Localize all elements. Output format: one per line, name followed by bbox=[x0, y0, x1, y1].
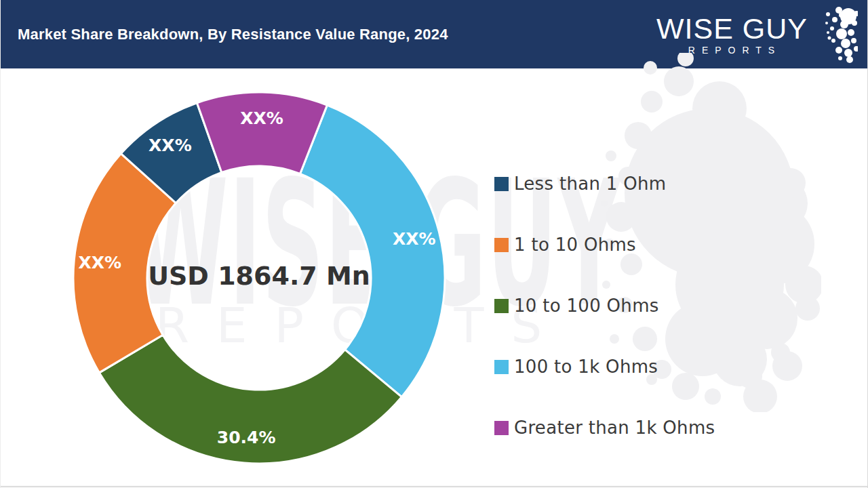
segment-percent-label: 30.4% bbox=[217, 428, 276, 447]
legend-item: Less than 1 Ohm bbox=[494, 174, 715, 194]
legend-label: 1 to 10 Ohms bbox=[514, 235, 636, 255]
legend-swatch bbox=[494, 421, 509, 435]
segment-percent-label: XX% bbox=[393, 229, 436, 249]
legend-label: 10 to 100 Ohms bbox=[514, 296, 659, 316]
legend-label: Less than 1 Ohm bbox=[514, 174, 666, 194]
legend-label: Greater than 1k Ohms bbox=[514, 418, 715, 438]
legend-swatch bbox=[494, 238, 509, 252]
segment-percent-label: XX% bbox=[78, 253, 121, 272]
legend-item: 100 to 1k Ohms bbox=[494, 357, 715, 377]
legend-item: 1 to 10 Ohms bbox=[494, 235, 715, 255]
chart-legend: Less than 1 Ohm 1 to 10 Ohms 10 to 100 O… bbox=[494, 174, 715, 479]
market-share-figure: Market Share Breakdown, By Resistance Va… bbox=[0, 0, 868, 488]
donut-segment bbox=[300, 105, 445, 396]
legend-swatch bbox=[494, 299, 509, 313]
legend-item: Greater than 1k Ohms bbox=[494, 418, 715, 438]
legend-swatch bbox=[494, 177, 509, 191]
legend-label: 100 to 1k Ohms bbox=[514, 357, 658, 377]
legend-item: 10 to 100 Ohms bbox=[494, 296, 715, 316]
donut-chart: XX%30.4%XX%XX%XX% bbox=[1, 0, 868, 488]
segment-percent-label: XX% bbox=[240, 108, 283, 128]
segment-percent-label: XX% bbox=[149, 136, 192, 155]
legend-swatch bbox=[494, 360, 509, 374]
chart-center-total: USD 1864.7 Mn bbox=[148, 261, 370, 291]
